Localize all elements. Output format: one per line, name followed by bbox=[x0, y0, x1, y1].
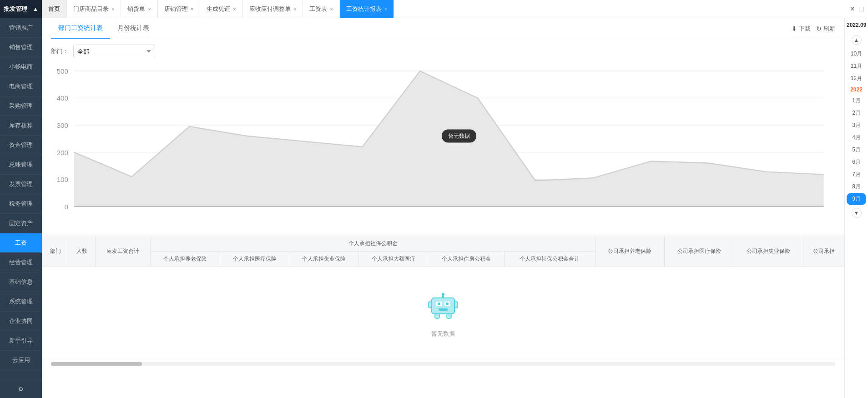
sidebar-item-label: 系统管理 bbox=[9, 298, 33, 305]
timeline-month-3[interactable]: 3月 bbox=[845, 119, 868, 131]
sidebar-toggle-icon[interactable]: ▲ bbox=[33, 6, 38, 12]
tab-store-manage[interactable]: 店铺管理 × bbox=[158, 0, 200, 18]
tab-label: 工资表 bbox=[309, 5, 327, 13]
svg-text:200: 200 bbox=[57, 149, 68, 156]
sidebar-header[interactable]: 批发管理 ▲ bbox=[0, 0, 42, 18]
refresh-button[interactable]: ↻ 刷新 bbox=[816, 25, 835, 33]
close-icon[interactable]: × bbox=[148, 6, 151, 12]
col-company-pension: 公司承担养老保险 bbox=[595, 236, 664, 267]
svg-text:0: 0 bbox=[65, 203, 68, 210]
dept-filter-label: 部门： bbox=[51, 47, 69, 55]
col-company-other: 公司承担 bbox=[803, 236, 844, 267]
sidebar-item-kchs[interactable]: 库存核算 bbox=[0, 116, 42, 136]
col-personal-unemployment: 个人承担失业保险 bbox=[289, 251, 358, 267]
table-area: 部门 人数 应发工资合计 个人承担社保公积金 公司承担养老保险 公司承担医疗保险… bbox=[42, 236, 844, 398]
tab-payroll-report[interactable]: 工资统计报表 × bbox=[340, 0, 394, 18]
sidebar-item-label: 云应用 bbox=[12, 357, 30, 363]
sidebar-item-xsgl[interactable]: 销售管理 bbox=[0, 38, 42, 57]
tab-month-stats[interactable]: 月份统计表 bbox=[110, 19, 156, 39]
sidebar-item-label: 经营管理 bbox=[9, 259, 33, 266]
sidebar-item-zzgl[interactable]: 总账管理 bbox=[0, 155, 42, 175]
timeline-month-8[interactable]: 8月 bbox=[845, 181, 868, 193]
sidebar-item-xced[interactable]: 小畅电商 bbox=[0, 57, 42, 77]
sidebar-settings-button[interactable]: ⚙ bbox=[0, 380, 42, 398]
timeline-month-12[interactable]: 12月 bbox=[845, 72, 868, 85]
col-company-unemployment: 公司承担失业保险 bbox=[734, 236, 803, 267]
timeline-down-button[interactable]: ▼ bbox=[852, 208, 862, 218]
chart-container: 暂无数据 500 400 300 200 100 0 bbox=[42, 64, 844, 236]
timeline-month-4[interactable]: 4月 bbox=[845, 131, 868, 144]
download-icon: ⬇ bbox=[792, 25, 797, 32]
sidebar-item-jcxx[interactable]: 基础信息 bbox=[0, 272, 42, 292]
close-icon[interactable]: × bbox=[233, 6, 236, 12]
tab-dept-payroll[interactable]: 部门工资统计表 bbox=[51, 19, 110, 39]
timeline-month-2[interactable]: 2月 bbox=[845, 107, 868, 119]
timeline-month-7[interactable]: 7月 bbox=[845, 168, 868, 181]
svg-text:100: 100 bbox=[57, 176, 68, 183]
tab-label: 工资统计报表 bbox=[346, 5, 382, 13]
empty-state: 暂无数据 bbox=[47, 271, 839, 356]
tab-label: 门店商品目录 bbox=[73, 5, 109, 13]
svg-rect-24 bbox=[447, 314, 451, 318]
sidebar-item-gz[interactable]: 工资 bbox=[0, 233, 42, 253]
download-button[interactable]: ⬇ 下载 bbox=[792, 25, 811, 33]
sidebar-item-qyxt[interactable]: 企业协同 bbox=[0, 312, 42, 331]
tab-label: 生成凭证 bbox=[207, 5, 230, 13]
sidebar-item-zjgl[interactable]: 资金管理 bbox=[0, 136, 42, 155]
sidebar-item-label: 电商管理 bbox=[9, 83, 33, 90]
area-chart: 500 400 300 200 100 0 bbox=[51, 68, 835, 231]
timeline-month-5[interactable]: 5月 bbox=[845, 144, 868, 156]
close-all-tabs-button[interactable]: × bbox=[850, 5, 854, 13]
sidebar-item-jygl[interactable]: 经营管理 bbox=[0, 253, 42, 272]
svg-rect-23 bbox=[435, 314, 439, 318]
sidebar-item-yyyg[interactable]: 云应用 bbox=[0, 351, 42, 370]
sidebar-item-xtgl[interactable]: 系统管理 bbox=[0, 292, 42, 312]
sidebar-item-label: 销售管理 bbox=[9, 44, 33, 50]
tab-payroll[interactable]: 工资表 × bbox=[303, 0, 339, 18]
col-count: 人数 bbox=[69, 236, 96, 267]
sidebar: 批发管理 ▲ 营销推广 销售管理 小畅电商 电商管理 采购管理 库存核算 资金管… bbox=[0, 0, 42, 398]
sidebar-item-xsyd[interactable]: 新手引导 bbox=[0, 331, 42, 351]
sidebar-item-dsgl[interactable]: 电商管理 bbox=[0, 77, 42, 96]
timeline-month-label: 8月 bbox=[852, 183, 861, 190]
timeline-month-9[interactable]: 9月 bbox=[847, 193, 866, 205]
sidebar-item-yxty[interactable]: 营销推广 bbox=[0, 18, 42, 38]
tab-receivable-adjust[interactable]: 应收应付调整单 × bbox=[243, 0, 303, 18]
empty-text: 暂无数据 bbox=[431, 330, 455, 338]
timeline-month-label: 12月 bbox=[851, 75, 862, 81]
timeline-month-6[interactable]: 6月 bbox=[845, 156, 868, 168]
tab-generate-voucher[interactable]: 生成凭证 × bbox=[200, 0, 242, 18]
sub-tabs: 部门工资统计表 月份统计表 bbox=[51, 19, 156, 39]
sidebar-item-gdzc[interactable]: 固定资产 bbox=[0, 214, 42, 233]
restore-button[interactable]: □ bbox=[859, 5, 863, 13]
close-icon[interactable]: × bbox=[384, 6, 387, 12]
timeline-nav-bottom: ▼ bbox=[851, 205, 863, 221]
timeline-month-1[interactable]: 1月 bbox=[845, 95, 868, 107]
tab-store-catalog[interactable]: 门店商品目录 × bbox=[67, 0, 121, 18]
settings-icon: ⚙ bbox=[18, 386, 24, 393]
scroll-thumb[interactable] bbox=[51, 362, 142, 366]
timeline-up-button[interactable]: ▲ bbox=[852, 35, 862, 45]
tab-home[interactable]: 首页 bbox=[42, 0, 67, 18]
timeline-nav: ▲ bbox=[851, 32, 863, 48]
timeline-month-11[interactable]: 11月 bbox=[845, 60, 868, 72]
dept-filter-select[interactable]: 全部 销售部 技术部 财务部 运营部 bbox=[73, 45, 155, 58]
close-icon[interactable]: × bbox=[191, 6, 193, 12]
sidebar-item-fpgl[interactable]: 发票管理 bbox=[0, 175, 42, 194]
tab-sales-order[interactable]: 销货单 × bbox=[121, 0, 157, 18]
sidebar-item-swgl[interactable]: 税务管理 bbox=[0, 194, 42, 214]
col-company-medical: 公司承担医疗保险 bbox=[665, 236, 734, 267]
horizontal-scrollbar[interactable] bbox=[51, 362, 835, 366]
timeline-month-label: 6月 bbox=[852, 159, 861, 165]
timeline-month-10[interactable]: 10月 bbox=[845, 48, 868, 60]
svg-text:400: 400 bbox=[57, 95, 68, 102]
download-label: 下载 bbox=[799, 25, 811, 33]
close-icon[interactable]: × bbox=[293, 6, 296, 12]
filter-row: 部门： 全部 销售部 技术部 财务部 运营部 bbox=[42, 39, 844, 64]
close-icon[interactable]: × bbox=[330, 6, 333, 12]
sidebar-item-cggl[interactable]: 采购管理 bbox=[0, 96, 42, 116]
close-icon[interactable]: × bbox=[111, 6, 114, 12]
timeline-current-date: 2022.09 bbox=[845, 18, 868, 32]
svg-rect-13 bbox=[432, 298, 454, 314]
timeline-month-label: 10月 bbox=[851, 50, 862, 57]
